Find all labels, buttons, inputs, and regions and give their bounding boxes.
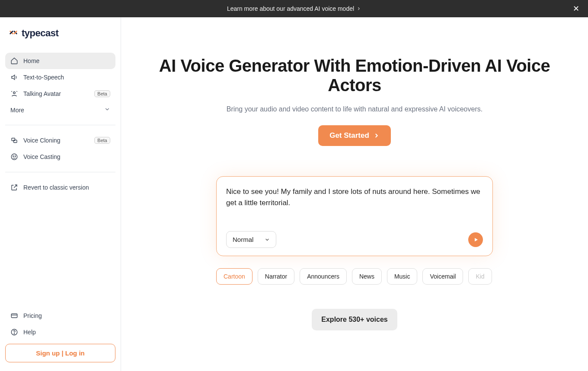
avatar-icon: [10, 90, 18, 98]
svg-marker-9: [475, 238, 478, 241]
play-button[interactable]: [468, 232, 483, 247]
page-subtitle: Bring your audio and video content to li…: [138, 105, 571, 113]
sidebar-item-label: Talking Avatar: [23, 90, 89, 97]
sidebar-item-label: Voice Casting: [23, 153, 110, 160]
chevron-right-icon: [357, 6, 361, 11]
category-pill-news[interactable]: News: [352, 268, 382, 285]
card-icon: [10, 312, 18, 320]
svg-point-3: [11, 154, 17, 160]
help-icon: [10, 328, 18, 336]
nav-revert: Revert to classic version: [5, 176, 115, 199]
logo-icon: [9, 29, 18, 38]
main-content: AI Voice Generator With Emotion-Driven A…: [121, 17, 588, 371]
sidebar-item-label: Home: [23, 57, 110, 64]
pill-label: Narrator: [265, 273, 287, 280]
logo[interactable]: typecast: [5, 28, 115, 49]
svg-point-0: [13, 92, 16, 94]
explore-label: Explore 530+ voices: [321, 316, 387, 323]
pill-label: Announcers: [307, 273, 339, 280]
sidebar-item-more[interactable]: More: [5, 102, 115, 118]
logo-text: typecast: [22, 28, 58, 39]
explore-voices-button[interactable]: Explore 530+ voices: [312, 309, 397, 330]
page-title: AI Voice Generator With Emotion-Driven A…: [138, 56, 571, 95]
get-started-button[interactable]: Get Started: [318, 125, 391, 146]
pill-label: Music: [394, 273, 410, 280]
category-pill-voicemail[interactable]: Voicemail: [422, 268, 463, 285]
close-icon[interactable]: ✕: [573, 5, 579, 13]
home-icon: [10, 57, 18, 65]
cloning-icon: [10, 136, 18, 144]
sidebar-item-label: More: [10, 107, 99, 114]
play-icon: [473, 237, 479, 243]
signup-label: Sign up | Log in: [36, 349, 85, 357]
nav-primary: Home Text-to-Speech Talking Avatar Beta …: [5, 49, 115, 121]
chevron-right-icon: [374, 133, 380, 139]
sidebar-item-avatar[interactable]: Talking Avatar Beta: [5, 86, 115, 102]
top-banner: Learn more about our advanced AI voice m…: [0, 0, 588, 17]
svg-rect-6: [11, 314, 17, 318]
sidebar: typecast Home Text-to-Speech Talking Ava…: [0, 17, 121, 371]
prompt-controls: Normal: [226, 231, 483, 248]
cta-label: Get Started: [329, 131, 369, 140]
svg-point-4: [13, 156, 14, 157]
sidebar-item-help[interactable]: Help: [5, 324, 115, 340]
external-link-icon: [10, 184, 18, 191]
divider: [5, 172, 115, 172]
sidebar-item-label: Pricing: [23, 312, 110, 319]
sidebar-item-revert[interactable]: Revert to classic version: [5, 179, 115, 196]
sidebar-item-home[interactable]: Home: [5, 53, 115, 69]
banner-text: Learn more about our advanced AI voice m…: [227, 5, 354, 12]
beta-badge: Beta: [94, 90, 110, 97]
divider: [5, 125, 115, 125]
pill-label: Kid: [476, 273, 484, 280]
nav-secondary: Voice Cloning Beta Voice Casting: [5, 129, 115, 168]
sidebar-item-tts[interactable]: Text-to-Speech: [5, 69, 115, 86]
category-pill-cartoon[interactable]: Cartoon: [216, 268, 252, 285]
pill-label: News: [359, 273, 374, 280]
sidebar-item-label: Revert to classic version: [23, 184, 110, 191]
hero: AI Voice Generator With Emotion-Driven A…: [138, 56, 571, 330]
prompt-text[interactable]: Nice to see you! My family and I store l…: [226, 186, 483, 221]
casting-icon: [10, 153, 18, 161]
category-pill-announcers[interactable]: Announcers: [300, 268, 347, 285]
speech-icon: [10, 73, 18, 81]
sidebar-item-pricing[interactable]: Pricing: [5, 308, 115, 324]
chevron-down-icon: [104, 106, 110, 114]
svg-point-8: [14, 333, 14, 334]
chevron-down-icon: [265, 237, 270, 242]
category-pill-music[interactable]: Music: [387, 268, 418, 285]
beta-badge: Beta: [94, 137, 110, 144]
sidebar-item-label: Text-to-Speech: [23, 74, 110, 81]
pill-label: Cartoon: [224, 273, 245, 280]
sidebar-item-casting[interactable]: Voice Casting: [5, 149, 115, 165]
pill-label: Voicemail: [430, 273, 456, 280]
sidebar-item-cloning[interactable]: Voice Cloning Beta: [5, 132, 115, 149]
category-pill-kid[interactable]: Kid: [468, 268, 492, 285]
prompt-card: Nice to see you! My family and I store l…: [216, 176, 493, 256]
signup-login-button[interactable]: Sign up | Log in: [5, 344, 115, 362]
category-pills: Cartoon Narrator Announcers News Music V…: [216, 268, 493, 285]
nav-footer: Pricing Help: [5, 304, 115, 344]
category-pill-narrator[interactable]: Narrator: [258, 268, 294, 285]
sidebar-item-label: Help: [23, 329, 110, 336]
sidebar-item-label: Voice Cloning: [23, 137, 89, 144]
voice-style-value: Normal: [233, 236, 253, 243]
banner-link[interactable]: Learn more about our advanced AI voice m…: [227, 5, 361, 12]
voice-style-select[interactable]: Normal: [226, 231, 276, 248]
svg-point-5: [15, 156, 16, 157]
